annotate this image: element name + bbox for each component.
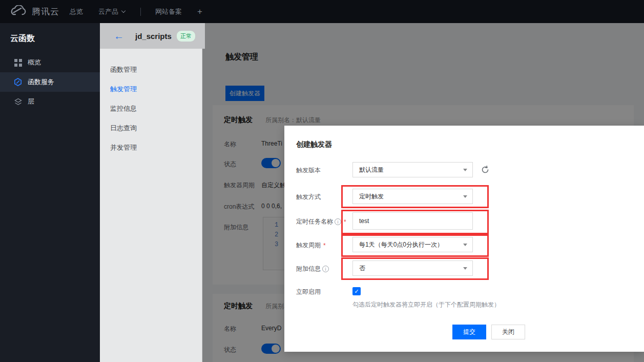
trigger-version-select[interactable]: 默认流量 <box>352 162 473 177</box>
task-name-input[interactable] <box>352 212 473 230</box>
topnav-products[interactable]: 云产品 <box>98 7 125 16</box>
layers-icon <box>14 97 22 106</box>
extra-info-select[interactable]: 否 <box>352 260 473 276</box>
topnav-overview[interactable]: 总览 <box>70 7 83 16</box>
sidebar-item-function-service[interactable]: 函数服务 <box>0 72 100 92</box>
function-header: ← jd_scripts 正常 <box>100 23 205 49</box>
modal-title: 创建触发器 <box>296 140 332 149</box>
extra-info-label: 附加信息 i <box>296 265 329 273</box>
submit-button[interactable]: 提交 <box>452 325 486 339</box>
nav-item-trigger-manage[interactable]: 触发管理 <box>100 79 202 99</box>
function-detail-nav: 函数管理 触发管理 监控信息 日志查询 并发管理 <box>100 49 202 362</box>
scf-sidebar: 云函数 概览 函数服务 层 <box>0 23 100 362</box>
sidebar-item-overview[interactable]: 概览 <box>0 53 100 72</box>
sidebar-title: 云函数 <box>0 23 100 53</box>
cloud-logo-icon <box>9 5 27 18</box>
select-caret-icon <box>463 244 467 246</box>
grid-icon <box>14 58 22 67</box>
close-button[interactable]: 关闭 <box>491 325 525 339</box>
select-caret-icon <box>463 267 467 270</box>
nav-item-log-query[interactable]: 日志查询 <box>100 118 202 138</box>
nav-item-function-manage[interactable]: 函数管理 <box>100 60 202 79</box>
back-arrow-icon[interactable]: ← <box>114 31 124 41</box>
enable-now-hint: 勾选后定时触发器将立即开启（于下个配置周期触发） <box>352 300 500 309</box>
required-mark: * <box>323 242 326 249</box>
tencent-cloud-logo[interactable]: 腾讯云 <box>9 5 70 18</box>
enable-now-label: 立即启用 <box>296 288 321 296</box>
sidebar-item-layers[interactable]: 层 <box>0 92 100 111</box>
task-name-label: 定时任务名称 i * <box>296 217 346 226</box>
chevron-down-icon <box>121 9 126 13</box>
info-icon[interactable]: i <box>335 218 341 225</box>
add-tab-button[interactable]: + <box>197 7 202 17</box>
brand-name: 腾讯云 <box>32 6 59 17</box>
trigger-cycle-select[interactable]: 每1天（每天0点0分执行一次） <box>352 237 473 252</box>
create-trigger-modal: 创建触发器 触发版本 默认流量 触发方式 定时触发 定时任务名称 i * 触发周… <box>284 126 644 352</box>
trigger-method-label: 触发方式 <box>296 193 321 202</box>
required-mark: * <box>344 218 346 226</box>
refresh-icon[interactable] <box>481 165 490 174</box>
nav-item-concurrency-manage[interactable]: 并发管理 <box>100 138 202 157</box>
trigger-version-label: 触发版本 <box>296 166 321 175</box>
trigger-cycle-label: 触发周期 * <box>296 241 326 250</box>
topnav-divider <box>140 8 141 16</box>
select-caret-icon <box>463 195 467 198</box>
nav-item-monitor-info[interactable]: 监控信息 <box>100 99 202 118</box>
trigger-method-select[interactable]: 定时触发 <box>352 189 473 204</box>
function-name: jd_scripts <box>135 32 172 41</box>
enable-now-checkbox[interactable]: ✓ <box>352 287 361 295</box>
info-icon[interactable]: i <box>322 266 329 272</box>
top-nav-bar: 腾讯云 总览 云产品 网站备案 + <box>0 0 644 23</box>
status-badge: 正常 <box>177 31 195 42</box>
function-hexagon-icon <box>14 78 22 86</box>
select-caret-icon <box>463 169 467 171</box>
topnav-beian[interactable]: 网站备案 <box>155 7 182 16</box>
